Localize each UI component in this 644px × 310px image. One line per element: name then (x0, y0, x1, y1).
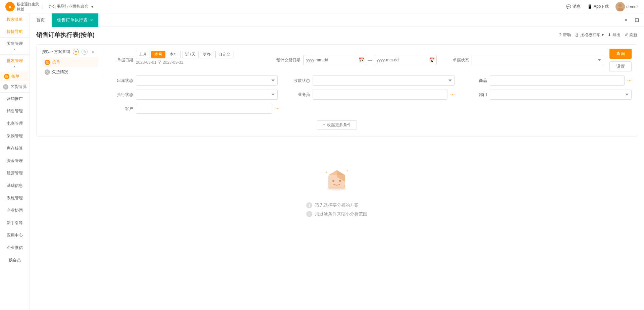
filter-product-field: 商品 ··· (460, 75, 632, 86)
calendar-end-icon[interactable]: 📅 (429, 57, 435, 63)
filter-customer-field: 客户 ··· (106, 104, 280, 114)
tab-sales-exec[interactable]: 销售订单执行表 × (52, 13, 98, 27)
salesperson-dots[interactable]: ··· (450, 92, 454, 98)
date-range-text: 2023-03-01 至 2023-03-31 (136, 60, 183, 65)
tab-close-btn[interactable]: × (90, 17, 93, 23)
qd-this-year[interactable]: 本年 (167, 51, 181, 58)
sidebar-item-inventory[interactable]: 库存核算 (0, 142, 29, 155)
sidebar-item-system[interactable]: 系统管理 (0, 192, 29, 204)
export-btn[interactable]: ⬇ 导出 (608, 32, 621, 38)
svg-point-3 (619, 4, 622, 7)
message-action[interactable]: 💬 消息 (566, 4, 581, 9)
exec-status-select[interactable] (136, 90, 278, 100)
plan-item-arrears[interactable]: 欠 欠货情况 (42, 67, 98, 77)
sidebar-item-wechat[interactable]: 企业微信 (0, 242, 29, 254)
sidebar-item-finance[interactable]: 资金管理 (0, 155, 29, 167)
qd-more[interactable]: 更多 (200, 51, 214, 58)
sidebar-sub-by-order[interactable]: 按 按单 (0, 71, 29, 81)
filter-panel: 按以下方案查询 + ✎ « 按 按单 欠 欠货情况 (36, 44, 637, 137)
logo-icon: 畅 (5, 2, 15, 11)
sidebar-item-appstore[interactable]: 应用中心 (0, 229, 29, 242)
settings-button[interactable]: 设置 (609, 61, 632, 71)
sidebar-item-member[interactable]: 畅会员 (0, 254, 29, 266)
status-label: 单据状态 (442, 57, 469, 63)
logo-area: 畅 畅捷通好生意 标版 (5, 2, 39, 11)
product-label: 商品 (460, 78, 487, 84)
sidebar-item-basic[interactable]: 基础信息 (0, 179, 29, 192)
qd-custom[interactable]: 自定义 (215, 51, 233, 58)
svg-point-10 (339, 180, 341, 182)
print-dropdown-icon: ▾ (602, 33, 604, 37)
filter-dept-field: 部门 (460, 90, 632, 100)
content-area: 首页 销售订单执行表 × × ⊡ 销售订单执行表(按单) ? 帮助 (30, 13, 644, 310)
svg-text:畅: 畅 (9, 6, 11, 9)
filter-collapse: ⌃ 收起更多条件 (42, 118, 632, 132)
page-section: 销售订单执行表(按单) ? 帮助 🖨 按模板打印 ▾ ⬇ (30, 27, 644, 248)
sidebar-item-enterprise[interactable]: 企业协同 (0, 204, 29, 217)
customer-input[interactable] (136, 104, 272, 114)
svg-point-9 (332, 180, 334, 182)
product-dots[interactable]: ··· (627, 78, 632, 84)
product-input[interactable] (490, 75, 625, 86)
top-bar-dropdown[interactable]: ▾ (91, 4, 93, 9)
avatar (615, 2, 625, 11)
salesperson-input[interactable] (313, 90, 447, 100)
app-download-action[interactable]: 📱 App下载 (587, 4, 609, 9)
sidebar-quick-nav[interactable]: 快捷导航 (0, 26, 29, 38)
date-separator: — (368, 57, 372, 63)
print-btn[interactable]: 🖨 按模板打印 ▾ (575, 32, 604, 38)
filter-right-panel: 单据日期 上月 本月 本年 近7天 更多 自定义 (106, 49, 632, 118)
page-header-actions: ? 帮助 🖨 按模板打印 ▾ ⬇ 导出 ↺ (559, 32, 637, 38)
dept-select[interactable] (490, 90, 632, 100)
app-icon: 📱 (587, 4, 592, 9)
sidebar-item-marketing[interactable]: 营销推广 (0, 93, 29, 105)
sidebar-item-newbie[interactable]: 新手引导 (0, 217, 29, 229)
collapse-button[interactable]: ⌃ 收起更多条件 (317, 120, 357, 130)
print-icon: 🖨 (575, 33, 579, 37)
tab-home[interactable]: 首页 (30, 13, 52, 27)
quick-dates: 上月 本月 本年 近7天 更多 自定义 2023-03-01 至 2023-03… (136, 51, 268, 65)
filter-left-panel: 按以下方案查询 + ✎ « 按 按单 欠 欠货情况 (42, 49, 102, 77)
collect-status-select[interactable] (313, 75, 454, 86)
qd-last-month[interactable]: 上月 (136, 51, 150, 58)
tab-close-all-btn[interactable]: × (621, 15, 631, 25)
sidebar-section-retail: 零售管理 ▾ (0, 38, 29, 55)
top-bar-right: 💬 消息 📱 App下载 demo2 (566, 2, 639, 11)
qd-7days[interactable]: 近7天 (182, 51, 199, 58)
add-plan-icon[interactable]: + (73, 49, 79, 55)
refresh-btn[interactable]: ↺ 刷新 (625, 32, 637, 38)
sidebar-item-wholesale[interactable]: 批发管理 ▴ (0, 55, 29, 71)
expected-date-start[interactable] (303, 55, 366, 65)
calendar-start-icon[interactable]: 📅 (359, 57, 364, 63)
customer-dots[interactable]: ··· (275, 106, 279, 112)
tab-restore-btn[interactable]: ⊡ (632, 15, 641, 25)
status-select[interactable] (472, 55, 604, 65)
collapse-plan-icon[interactable]: « (90, 49, 96, 55)
collect-status-label: 收款状态 (283, 78, 310, 84)
filter-left-title: 按以下方案查询 + ✎ « (42, 49, 98, 55)
top-bar-title: 办公用品行业模拟账套 (48, 4, 89, 9)
sidebar-sub-arrears[interactable]: 欠 欠货情况 (0, 81, 29, 92)
plan-item-by-order[interactable]: 按 按单 (42, 57, 98, 67)
by-order-icon: 按 (4, 74, 9, 79)
qd-this-month[interactable]: 本月 (151, 51, 165, 58)
plan-icon-by-order: 按 (45, 60, 50, 65)
date-end-wrap: 📅 (374, 55, 437, 65)
help-btn[interactable]: ? 帮助 (559, 32, 571, 38)
empty-state: ✦ ✦ ✦ 1 请先选择要分析的方案 2 用过滤条件来缩小分析范围 (36, 137, 637, 244)
filter-row-2: 出库状态 收款状态 商品 ··· (106, 75, 632, 86)
out-status-select[interactable] (136, 75, 278, 86)
svg-text:✦: ✦ (325, 170, 328, 174)
sidebar-item-retail[interactable]: 零售管理 ▾ (0, 38, 29, 54)
edit-plan-icon[interactable]: ✎ (82, 49, 88, 55)
filter-exec-status-field: 执行状态 (106, 90, 278, 100)
sidebar-search[interactable]: 搜索菜单 (0, 13, 29, 26)
query-button[interactable]: 查询 (609, 49, 632, 59)
sidebar-item-operation[interactable]: 经营管理 (0, 167, 29, 179)
sidebar-item-purchase[interactable]: 采购管理 (0, 130, 29, 142)
user-profile[interactable]: demo2 (615, 2, 639, 11)
sidebar-item-ecommerce[interactable]: 电商管理 (0, 117, 29, 130)
expected-date-end[interactable] (374, 55, 437, 65)
sidebar-item-sales[interactable]: 销售管理 (0, 105, 29, 117)
expand-icon-wholesale: ▴ (14, 64, 15, 68)
